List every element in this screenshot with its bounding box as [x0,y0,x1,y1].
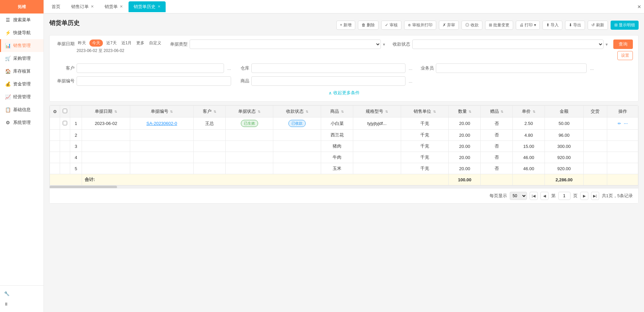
abandon-button[interactable]: ✗ 弃审 [439,21,459,30]
sidebar-item-label: 系统管理 [13,120,31,126]
col-unit[interactable]: 销售单位 ⇅ [401,106,449,118]
col-doc-date[interactable]: 单据日期 ⇅ [82,106,130,118]
col-gear[interactable]: ⚙ [50,106,60,118]
edit-action[interactable]: ✏ [616,121,622,126]
date-shortcut-yesterday[interactable]: 昨天 [77,40,87,47]
refresh-button[interactable]: ↺ 刷新 [588,21,608,30]
sidebar-item-operations[interactable]: 📈 经营管理 [0,90,44,103]
date-shortcut-7days[interactable]: 近7天 [105,40,118,47]
doc-no-input[interactable] [77,76,231,86]
row-gift: 否 [481,118,513,130]
last-page-button[interactable]: ▶| [591,192,599,200]
tab-sales-history-close[interactable]: ✕ [158,4,161,9]
row-checkbox-cell[interactable] [60,130,70,141]
row-checkbox-cell[interactable] [60,152,70,163]
sidebar-item-finance[interactable]: 💰 资金管理 [0,78,44,90]
tab-sales-delivery-close[interactable]: ✕ [120,4,123,9]
customer-label: 客户 [55,65,75,71]
show-details-button[interactable]: ⊞ 显示明细 [611,21,639,30]
horizontal-scrollbar[interactable] [50,185,638,188]
row-actions[interactable] [607,152,638,163]
col-doc-no[interactable]: 单据编号 ⇅ [130,106,194,118]
tab-sales-delivery[interactable]: 销货单 ✕ [100,1,128,12]
page-input[interactable] [558,192,570,200]
row-checkbox[interactable] [63,121,67,125]
import-button[interactable]: ⬆ 导入 [542,21,562,30]
row-checkbox-cell[interactable] [60,163,70,174]
tab-sales-order-close[interactable]: ✕ [91,4,94,9]
date-shortcut-1month[interactable]: 近1月 [120,40,133,47]
col-qty[interactable]: 数量 ⇅ [449,106,481,118]
per-page-select[interactable]: 50 100 200 [510,192,527,200]
sidebar-item-basic-info[interactable]: 📋 基础信息 [0,103,44,116]
row-checkbox-cell[interactable] [60,141,70,152]
salesperson-input[interactable] [436,63,587,73]
col-spec[interactable]: 规格型号 ⇅ [353,106,401,118]
warehouse-input[interactable] [251,63,405,73]
date-shortcut-custom[interactable]: 自定义 [148,40,163,47]
first-page-button[interactable]: |◀ [530,192,538,200]
tab-sales-order[interactable]: 销售订单 ✕ [66,1,99,12]
sidebar-item-quick-nav[interactable]: ⚡ 快捷导航 [0,26,44,39]
pay-status-select[interactable] [412,40,604,49]
customer-input[interactable] [77,63,224,73]
col-pay-status[interactable]: 收款状态 ⇅ [273,106,321,118]
row-doc-status [225,141,273,152]
row-checkbox-cell[interactable] [60,118,70,130]
row-actions[interactable] [607,130,638,141]
sidebar-item-purchase-mgmt[interactable]: 🛒 采购管理 [0,52,44,65]
new-button[interactable]: + 新增 [336,21,355,30]
sidebar-bottom-pause[interactable]: ⏸ [0,299,44,309]
date-shortcut-today[interactable]: 今天 [89,40,103,47]
batch-change-button[interactable]: ⊞ 批量变更 [485,21,513,30]
customer-dots-icon[interactable]: ... [227,66,231,71]
quick-nav-icon: ⚡ [5,30,10,35]
row-unit-price: 46.00 [513,163,545,174]
salesperson-label: 业务员 [418,65,434,71]
prev-page-button[interactable]: ◀ [540,192,549,200]
warehouse-dots-icon[interactable]: ... [409,66,413,71]
doc-type-select[interactable] [190,40,381,49]
next-page-button[interactable]: ▶ [580,192,588,200]
sidebar-item-inventory[interactable]: 🏠 库存核算 [0,65,44,78]
settings-button[interactable]: 设置 [617,51,633,60]
col-goods[interactable]: 商品 ⇅ [321,106,353,118]
sidebar-bottom-settings[interactable]: 🔧 [0,288,44,299]
col-doc-status[interactable]: 单据状态 ⇅ [225,106,273,118]
audit-button[interactable]: ✓ 审核 [381,21,401,30]
row-doc-no[interactable] [130,141,194,152]
print-button[interactable]: 🖨 打印 ▾ [516,21,540,30]
sidebar-item-label: 销售管理 [13,43,31,49]
audit-print-button[interactable]: ⊕ 审核并打印 [404,21,436,30]
date-shortcut-more[interactable]: 更多 [135,40,146,47]
select-all-checkbox[interactable] [63,109,67,113]
row-actions[interactable] [607,163,638,174]
collapse-button[interactable]: ∧ 收起更多条件 [327,88,361,97]
tab-home[interactable]: 首页 [47,1,65,12]
col-gift[interactable]: 赠品 ⇅ [481,106,513,118]
more-action[interactable]: ⋯ [622,121,629,126]
col-customer[interactable]: 客户 ⇅ [193,106,225,118]
tab-sales-history[interactable]: 销货单历史 ✕ [129,1,166,12]
delete-button[interactable]: 🗑 删除 [358,21,379,30]
export-button[interactable]: ⬇ 导出 [565,21,585,30]
goods-input[interactable] [251,76,405,86]
salesperson-dots-icon[interactable]: ... [590,66,594,71]
row-doc-no[interactable] [130,130,194,141]
sidebar-item-system[interactable]: ⚙ 系统管理 [0,116,44,129]
collect-button[interactable]: ◎ 收款 [461,21,482,30]
row-doc-no[interactable] [130,163,194,174]
row-actions[interactable] [607,141,638,152]
doc-no-link[interactable]: SA-20230602-0 [146,121,177,126]
goods-dots-icon[interactable]: ... [409,79,413,84]
query-button[interactable]: 查询 [613,40,633,49]
row-doc-no[interactable] [130,152,194,163]
tab-bar-close-all[interactable]: ✕ [637,4,641,9]
sidebar-item-sales-mgmt[interactable]: 📊 销售管理 [0,39,44,52]
col-unit-price[interactable]: 单价 ⇅ [513,106,545,118]
col-checkbox[interactable] [60,106,70,118]
sidebar-item-search-menu[interactable]: ☰ 搜索菜单 [0,14,44,26]
row-actions[interactable]: ✏⋯ [607,118,638,130]
row-customer [193,141,225,152]
row-doc-no[interactable]: SA-20230602-0 [130,118,194,130]
